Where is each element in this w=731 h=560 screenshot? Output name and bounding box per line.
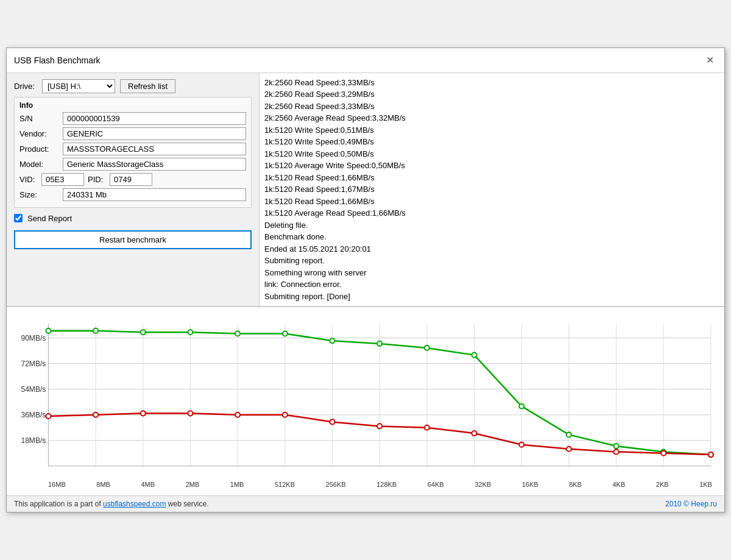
svg-point-28 [93, 328, 98, 333]
info-title: Info [19, 101, 246, 110]
svg-point-29 [141, 330, 146, 335]
svg-point-45 [188, 411, 192, 416]
model-row: Model: Generic MassStorageClass [19, 158, 246, 171]
svg-point-42 [46, 414, 51, 419]
log-line: 1k:5120 Average Read Speed:1,66MB/s [264, 207, 719, 219]
svg-point-32 [283, 331, 288, 336]
x-label-1mb: 1MB [230, 481, 244, 488]
log-line: link: Connection error. [264, 278, 719, 291]
x-label-512kb: 512KB [275, 481, 295, 488]
svg-point-54 [614, 450, 619, 455]
svg-point-31 [235, 331, 240, 336]
pid-label: PID: [88, 175, 106, 184]
svg-point-56 [708, 452, 713, 457]
x-label-16mb: 16MB [48, 481, 66, 488]
log-line: Benchmark done. [264, 231, 719, 243]
sn-row: S/N 000000001539 [19, 112, 246, 125]
svg-text:54MB/s: 54MB/s [21, 385, 46, 394]
svg-point-51 [471, 431, 476, 436]
x-label-1kb: 1KB [699, 481, 712, 488]
vid-pid-row: VID: 05E3 PID: 0749 [19, 173, 246, 186]
sn-label: S/N [19, 114, 59, 123]
svg-point-49 [377, 424, 382, 429]
footer-text-before: This application is a part of [14, 500, 103, 508]
log-line: 2k:2560 Read Speed:3,33MB/s [264, 101, 719, 113]
svg-point-52 [519, 442, 524, 447]
svg-point-53 [567, 447, 571, 452]
restart-button[interactable]: Restart benchmark [14, 230, 252, 249]
right-panel: 2k:2560 Read Speed:3,33MB/s2k:2560 Read … [260, 73, 724, 307]
vendor-label: Vendor: [19, 129, 59, 138]
svg-point-55 [661, 451, 666, 456]
sn-value: 000000001539 [63, 112, 246, 125]
svg-point-34 [377, 341, 382, 346]
footer-right: 2010 © Heep.ru [665, 500, 717, 508]
log-line: 1k:5120 Read Speed:1,67MB/s [264, 183, 719, 196]
main-window: USB Flash Benchmark ✕ Drive: [USB] H:\ R… [6, 48, 725, 513]
svg-point-38 [567, 433, 571, 438]
drive-label: Drive: [14, 82, 37, 91]
send-report-label: Send Report [27, 214, 72, 223]
product-row: Product: MASSSTORAGECLASS [19, 143, 246, 155]
svg-point-43 [93, 413, 98, 417]
drive-select[interactable]: [USB] H:\ [42, 79, 115, 93]
log-line: Submiting report. [Done] [264, 291, 719, 303]
x-label-2kb: 2KB [656, 481, 669, 488]
title-bar: USB Flash Benchmark ✕ [7, 48, 724, 73]
model-label: Model: [19, 160, 59, 169]
svg-text:90MB/s: 90MB/s [21, 334, 46, 342]
vendor-row: Vendor: GENERIC [19, 127, 246, 140]
x-label-4mb: 4MB [141, 481, 155, 488]
svg-point-44 [141, 411, 146, 416]
send-report-row: Send Report [14, 214, 252, 223]
log-area[interactable]: 2k:2560 Read Speed:3,33MB/s2k:2560 Read … [260, 73, 724, 307]
log-line: 1k:5120 Write Speed:0,51MB/s [264, 124, 719, 136]
main-content: Drive: [USB] H:\ Refresh list Info S/N 0… [7, 73, 724, 512]
svg-point-36 [471, 353, 476, 358]
svg-point-33 [330, 338, 334, 343]
log-line: 1k:5120 Write Speed:0,49MB/s [264, 136, 719, 148]
send-report-checkbox[interactable] [14, 214, 23, 222]
product-value: MASSSTORAGECLASS [63, 143, 246, 155]
x-label-64kb: 64KB [428, 481, 444, 488]
log-line: Something wrong with server [264, 267, 719, 279]
svg-text:36MB/s: 36MB/s [21, 411, 46, 419]
info-group: Info S/N 000000001539 Vendor: GENERIC Pr… [14, 97, 252, 208]
log-line: 2k:2560 Read Speed:3,29MB/s [264, 88, 719, 101]
chart-section: 90MB/s72MB/s54MB/s36MB/s18MB/s 16MB 8MB … [7, 307, 724, 495]
log-line: Deleting file. [264, 219, 719, 232]
drive-row: Drive: [USB] H:\ Refresh list [14, 79, 252, 93]
close-button[interactable]: ✕ [702, 53, 717, 68]
svg-point-46 [235, 413, 240, 417]
svg-point-27 [46, 328, 51, 333]
svg-point-48 [330, 420, 334, 425]
log-line: 1k:5120 Write Speed:0,50MB/s [264, 148, 719, 160]
benchmark-chart: 90MB/s72MB/s54MB/s36MB/s18MB/s [13, 313, 718, 478]
x-label-256kb: 256KB [326, 481, 346, 488]
log-line: 1k:5120 Read Speed:1,66MB/s [264, 172, 719, 184]
footer: This application is a part of usbflashsp… [7, 495, 724, 512]
log-line: 2k:2560 Read Speed:3,33MB/s [264, 77, 719, 89]
log-line: 2k:2560 Average Read Speed:3,32MB/s [264, 112, 719, 124]
x-label-8mb: 8MB [96, 481, 110, 488]
footer-text-after: web service. [166, 500, 208, 508]
window-title: USB Flash Benchmark [14, 55, 101, 65]
svg-point-50 [425, 425, 429, 430]
pid-value: 0749 [110, 173, 152, 186]
x-label-8kb: 8KB [569, 481, 582, 488]
vid-label: VID: [19, 175, 38, 184]
log-line: Ended at 15.05.2021 20:20:01 [264, 243, 719, 255]
svg-point-47 [283, 413, 288, 417]
size-row: Size: 240331 Mb [19, 188, 246, 201]
refresh-button[interactable]: Refresh list [120, 79, 175, 93]
left-panel: Drive: [USB] H:\ Refresh list Info S/N 0… [7, 73, 260, 307]
footer-link[interactable]: usbflashspeed.com [103, 500, 166, 508]
product-label: Product: [19, 144, 59, 154]
x-label-128kb: 128KB [376, 481, 397, 488]
footer-left: This application is a part of usbflashsp… [14, 500, 209, 508]
vendor-value: GENERIC [63, 127, 246, 140]
log-line: Submiting report. [264, 255, 719, 267]
svg-point-39 [614, 444, 619, 448]
x-label-32kb: 32KB [475, 481, 491, 488]
log-line: 1k:5120 Average Write Speed:0,50MB/s [264, 160, 719, 172]
